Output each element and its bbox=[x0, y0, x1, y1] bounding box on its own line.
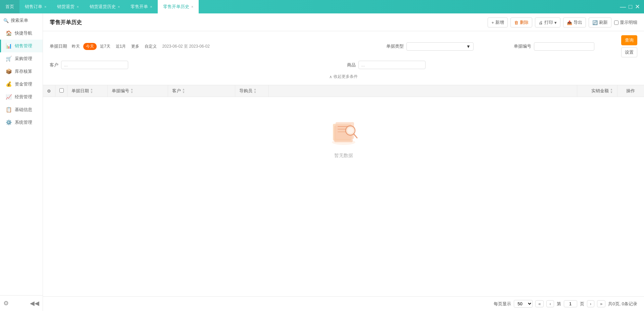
tab-sales-return-history[interactable]: 销货退货历史 × bbox=[84, 0, 125, 13]
settings-col-icon: ⚙ bbox=[47, 89, 51, 94]
add-button[interactable]: + 新增 bbox=[488, 17, 508, 28]
pagination: 每页显示 50 10 20 100 « ‹ 第 页 › » 共0页, 0条记录 bbox=[43, 296, 644, 311]
tab-retail-open-close[interactable]: × bbox=[150, 5, 152, 9]
collapse-bar[interactable]: ∧ 收起更多条件 bbox=[50, 72, 637, 81]
show-detail-checkbox[interactable]: 显示明细 bbox=[614, 19, 637, 25]
refresh-label: 刷新 bbox=[599, 19, 608, 25]
first-page-button[interactable]: « bbox=[535, 300, 544, 307]
date-control: 昨天 今天 近7天 近1月 更多 自定义 2023-06-02 至 2023-0… bbox=[70, 43, 380, 50]
date-today[interactable]: 今天 bbox=[83, 43, 97, 50]
maximize-button[interactable]: □ bbox=[629, 4, 632, 10]
tab-sales-return-history-close[interactable]: × bbox=[118, 5, 120, 9]
th-settings[interactable]: ⚙ bbox=[43, 85, 55, 97]
sidebar-item-operations[interactable]: 📈 经营管理 bbox=[0, 91, 43, 103]
sidebar-item-sales-mgmt[interactable]: 📊 销售管理 bbox=[0, 40, 43, 52]
query-button[interactable]: 查询 bbox=[621, 35, 637, 45]
th-date[interactable]: 单据日期 ▲▼ bbox=[67, 85, 107, 97]
home-icon: 🏠 bbox=[6, 30, 12, 36]
per-page-select[interactable]: 50 10 20 100 bbox=[514, 300, 533, 308]
next-page-icon: › bbox=[590, 301, 591, 306]
tab-sales-order-label: 销售订单 bbox=[25, 4, 42, 10]
type-label: 单据类型 bbox=[386, 43, 404, 49]
customer-label: 客户 bbox=[50, 62, 58, 68]
th-customer[interactable]: 客户 ▲▼ bbox=[168, 85, 235, 97]
sidebar-item-quick-nav[interactable]: 🏠 快捷导航 bbox=[0, 27, 43, 40]
delete-label: 删除 bbox=[520, 19, 529, 25]
top-nav: 首页 销售订单 × 销货退货 × 销货退货历史 × 零售开单 × 零售开单历史 … bbox=[0, 0, 644, 13]
minimize-button[interactable]: — bbox=[620, 4, 626, 10]
close-button[interactable]: ✕ bbox=[635, 4, 640, 10]
date-shortcuts: 昨天 今天 近7天 近1月 更多 自定义 bbox=[70, 43, 159, 50]
sidebar-item-system[interactable]: ⚙️ 系统管理 bbox=[0, 116, 43, 129]
amount-sort-icon: ▲▼ bbox=[610, 88, 613, 94]
settings-query-button[interactable]: 设置 bbox=[621, 47, 637, 57]
th-ops: 操作 bbox=[617, 85, 644, 97]
last-page-button[interactable]: » bbox=[597, 300, 605, 307]
delete-button[interactable]: 🗑 删除 bbox=[510, 17, 532, 28]
sidebar-item-inventory[interactable]: 📦 库存核算 bbox=[0, 65, 43, 78]
tab-bar: 首页 销售订单 × 销货退货 × 销货退货历史 × 零售开单 × 零售开单历史 … bbox=[0, 0, 620, 13]
sidebar-item-base-info[interactable]: 📋 基础信息 bbox=[0, 103, 43, 116]
tab-sales-order[interactable]: 销售订单 × bbox=[19, 0, 52, 13]
add-label: 新增 bbox=[495, 19, 504, 25]
next-page-button[interactable]: › bbox=[587, 300, 594, 307]
tab-sales-return[interactable]: 销货退货 × bbox=[52, 0, 84, 13]
tab-retail-open-label: 零售开单 bbox=[131, 4, 148, 10]
date-custom[interactable]: 自定义 bbox=[143, 43, 159, 50]
sidebar-item-finance[interactable]: 💰 资金管理 bbox=[0, 78, 43, 91]
sidebar-item-base-info-label: 基础信息 bbox=[15, 107, 32, 113]
prev-page-button[interactable]: ‹ bbox=[546, 300, 554, 307]
refresh-icon: 🔄 bbox=[592, 20, 598, 25]
type-select[interactable]: ▼ bbox=[406, 42, 474, 51]
customer-picker[interactable]: ... bbox=[61, 61, 128, 69]
print-dropdown-icon: ▾ bbox=[554, 20, 557, 25]
sidebar-search[interactable]: 🔍 搜索采单 bbox=[0, 13, 43, 27]
tab-sales-return-close[interactable]: × bbox=[77, 5, 79, 9]
th-amount[interactable]: 实销金额 ▲▼ bbox=[577, 85, 617, 97]
show-detail-input[interactable] bbox=[614, 20, 618, 25]
empty-text: 暂无数据 bbox=[334, 153, 353, 159]
print-label: 打印 bbox=[544, 19, 553, 25]
inventory-icon: 📦 bbox=[6, 68, 12, 74]
print-button[interactable]: 🖨 打印 ▾ bbox=[535, 17, 560, 28]
add-icon: + bbox=[491, 20, 494, 25]
tab-retail-open-history-close[interactable]: × bbox=[191, 5, 193, 9]
date-yesterday[interactable]: 昨天 bbox=[70, 43, 82, 50]
th-customer-label: 客户 bbox=[172, 88, 181, 94]
sidebar-bottom: ⚙ ◀◀ bbox=[0, 295, 43, 311]
page-header: 零售开单历史 + 新增 🗑 删除 🖨 打印 ▾ 📤 导出 bbox=[43, 13, 644, 31]
tab-home[interactable]: 首页 bbox=[0, 0, 19, 13]
date-more[interactable]: 更多 bbox=[129, 43, 141, 50]
tab-retail-open[interactable]: 零售开单 × bbox=[125, 0, 157, 13]
product-picker[interactable]: ... bbox=[358, 61, 426, 69]
print-icon: 🖨 bbox=[539, 20, 543, 25]
tab-retail-open-history[interactable]: 零售开单历史 × bbox=[158, 0, 199, 13]
select-all-checkbox[interactable] bbox=[59, 88, 64, 93]
empty-cell: 暂无数据 bbox=[43, 97, 644, 179]
sidebar-item-purchase-mgmt[interactable]: 🛒 采购管理 bbox=[0, 52, 43, 65]
finance-icon: 💰 bbox=[6, 81, 12, 87]
refresh-button[interactable]: 🔄 刷新 bbox=[589, 17, 611, 28]
svg-line-10 bbox=[354, 134, 357, 138]
filter-product: 商品 ... bbox=[347, 61, 638, 69]
last-page-icon: » bbox=[600, 301, 602, 306]
settings-query-label: 设置 bbox=[625, 49, 634, 55]
th-checkbox[interactable] bbox=[55, 85, 67, 97]
number-input[interactable] bbox=[534, 42, 594, 51]
settings-bottom-icon[interactable]: ⚙ bbox=[3, 300, 9, 307]
search-icon: 🔍 bbox=[3, 18, 9, 23]
th-number[interactable]: 单据编号 ▲▼ bbox=[107, 85, 168, 97]
date-7days[interactable]: 近7天 bbox=[98, 43, 112, 50]
tab-sales-order-close[interactable]: × bbox=[44, 5, 46, 9]
product-ellipsis: ... bbox=[361, 62, 365, 67]
product-label: 商品 bbox=[347, 62, 356, 68]
collapse-sidebar-icon[interactable]: ◀◀ bbox=[30, 300, 39, 307]
th-guide[interactable]: 导购员 ▲▼ bbox=[235, 85, 268, 97]
export-button[interactable]: 📤 导出 bbox=[563, 17, 586, 28]
page-input[interactable] bbox=[564, 300, 577, 307]
date-1month[interactable]: 近1月 bbox=[114, 43, 128, 50]
customer-ellipsis: ... bbox=[64, 62, 68, 67]
summary-text: 共0页, 0条记录 bbox=[608, 301, 637, 307]
th-spacer bbox=[268, 85, 577, 97]
collapse-icon: ∧ bbox=[329, 74, 332, 79]
